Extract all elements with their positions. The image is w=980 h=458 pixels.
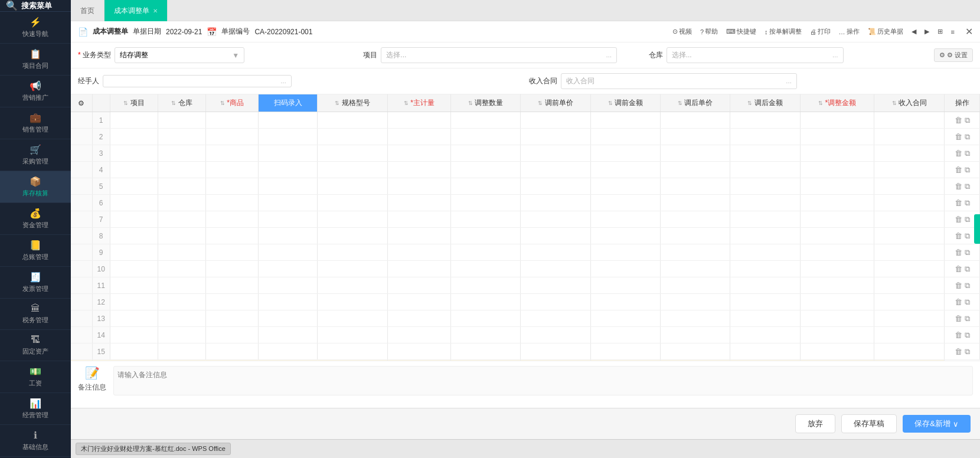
cell-scan-7[interactable] (258, 211, 318, 228)
cell-product-15[interactable] (206, 344, 258, 360)
adjust-btn[interactable]: ↕ 按单解调整 (762, 26, 804, 37)
cell-warehouse-15[interactable] (158, 344, 206, 360)
cell-product-1[interactable] (206, 112, 258, 129)
warehouse-input[interactable]: 选择... … (667, 47, 844, 63)
sidebar-item-4[interactable]: 🛒采购管理 (0, 139, 71, 171)
copy-icon-15[interactable]: ⧉ (965, 347, 970, 356)
cell-product-12[interactable] (206, 294, 258, 310)
sidebar-item-8[interactable]: 🧾发票管理 (0, 267, 71, 299)
cell-after-amount-5[interactable] (730, 178, 800, 195)
cell-before-amount-11[interactable] (590, 277, 660, 294)
cell-adj-qty-9[interactable] (450, 244, 520, 261)
copy-icon-8[interactable]: ⧉ (965, 231, 970, 241)
cell-before-amount-4[interactable] (590, 162, 660, 178)
cell-after-price-15[interactable] (661, 344, 730, 360)
cell-after-price-6[interactable] (661, 195, 730, 211)
cell-product-3[interactable] (206, 145, 258, 162)
cell-unit-1[interactable] (387, 112, 450, 129)
cell-unit-15[interactable] (387, 344, 450, 360)
cell-adj-amount-8[interactable] (800, 228, 874, 244)
cell-adj-amount-6[interactable] (800, 195, 874, 211)
cell-income-contract-10[interactable] (874, 261, 945, 277)
cell-before-amount-12[interactable] (590, 294, 660, 310)
cell-adj-amount-10[interactable] (800, 261, 874, 277)
sidebar-item-9[interactable]: 🏛税务管理 (0, 299, 71, 330)
copy-icon-9[interactable]: ⧉ (965, 248, 970, 257)
cell-income-contract-12[interactable] (874, 294, 945, 310)
close-btn[interactable]: ✕ (965, 26, 973, 37)
cell-before-amount-6[interactable] (590, 195, 660, 211)
cell-warehouse-5[interactable] (158, 178, 206, 195)
cell-adj-amount-2[interactable] (800, 129, 874, 145)
cell-project-14[interactable] (110, 327, 158, 344)
copy-icon-12[interactable]: ⧉ (965, 297, 970, 307)
cell-income-contract-13[interactable] (874, 310, 945, 327)
taskbar-item[interactable]: 木门行业好业财处理方案-慕红红.doc - WPS Office (76, 443, 231, 455)
tab-0[interactable]: 首页 (71, 0, 104, 21)
income-contract-input[interactable]: 收入合同 … (561, 73, 797, 89)
cell-adj-qty-1[interactable] (450, 112, 520, 129)
copy-icon-7[interactable]: ⧉ (965, 215, 970, 224)
cell-product-11[interactable] (206, 277, 258, 294)
cell-project-3[interactable] (110, 145, 158, 162)
cell-income-contract-5[interactable] (874, 178, 945, 195)
cell-adj-qty-13[interactable] (450, 310, 520, 327)
cell-warehouse-7[interactable] (158, 211, 206, 228)
cell-after-price-11[interactable] (661, 277, 730, 294)
list-view-btn[interactable]: ≡ (949, 27, 957, 37)
cell-after-amount-7[interactable] (730, 211, 800, 228)
cell-after-price-4[interactable] (661, 162, 730, 178)
cell-warehouse-12[interactable] (158, 294, 206, 310)
cell-income-contract-2[interactable] (874, 129, 945, 145)
next-btn[interactable]: ▶ (922, 27, 932, 37)
cell-unit-7[interactable] (387, 211, 450, 228)
cell-spec-12[interactable] (318, 294, 387, 310)
sidebar-item-1[interactable]: 📋项目合同 (0, 44, 71, 76)
cell-scan-9[interactable] (258, 244, 318, 261)
cell-income-contract-11[interactable] (874, 277, 945, 294)
delete-icon-9[interactable]: 🗑 (955, 248, 962, 257)
cell-before-price-5[interactable] (521, 178, 590, 195)
cell-warehouse-8[interactable] (158, 228, 206, 244)
delete-icon-13[interactable]: 🗑 (955, 314, 962, 323)
cell-spec-6[interactable] (318, 195, 387, 211)
cell-adj-qty-5[interactable] (450, 178, 520, 195)
cell-product-2[interactable] (206, 129, 258, 145)
cell-income-contract-15[interactable] (874, 344, 945, 360)
cell-after-price-7[interactable] (661, 211, 730, 228)
cell-unit-12[interactable] (387, 294, 450, 310)
copy-icon-10[interactable]: ⧉ (965, 264, 970, 274)
cell-after-amount-4[interactable] (730, 162, 800, 178)
cell-unit-8[interactable] (387, 228, 450, 244)
cell-adj-qty-15[interactable] (450, 344, 520, 360)
settings-btn[interactable]: ⚙ ⚙ 设置 (934, 48, 973, 62)
cell-unit-10[interactable] (387, 261, 450, 277)
cell-before-price-6[interactable] (521, 195, 590, 211)
delete-icon-12[interactable]: 🗑 (955, 297, 962, 306)
sidebar-item-3[interactable]: 💼销售管理 (0, 107, 71, 139)
copy-icon-4[interactable]: ⧉ (965, 165, 970, 175)
cell-before-price-4[interactable] (521, 162, 590, 178)
copy-icon-3[interactable]: ⧉ (965, 149, 970, 158)
cell-after-price-2[interactable] (661, 129, 730, 145)
cell-adj-amount-5[interactable] (800, 178, 874, 195)
delete-icon-15[interactable]: 🗑 (955, 347, 962, 356)
cell-project-9[interactable] (110, 244, 158, 261)
cell-scan-2[interactable] (258, 129, 318, 145)
cell-product-9[interactable] (206, 244, 258, 261)
delete-icon-6[interactable]: 🗑 (955, 198, 962, 207)
cell-before-price-8[interactable] (521, 228, 590, 244)
cell-warehouse-13[interactable] (158, 310, 206, 327)
cell-product-5[interactable] (206, 178, 258, 195)
cell-before-amount-15[interactable] (590, 344, 660, 360)
cell-adj-qty-14[interactable] (450, 327, 520, 344)
cell-product-8[interactable] (206, 228, 258, 244)
cell-before-price-11[interactable] (521, 277, 590, 294)
cell-scan-12[interactable] (258, 294, 318, 310)
cell-adj-amount-4[interactable] (800, 162, 874, 178)
cell-unit-11[interactable] (387, 277, 450, 294)
copy-icon-1[interactable]: ⧉ (965, 116, 970, 125)
cell-scan-11[interactable] (258, 277, 318, 294)
cell-spec-15[interactable] (318, 344, 387, 360)
cell-before-price-3[interactable] (521, 145, 590, 162)
